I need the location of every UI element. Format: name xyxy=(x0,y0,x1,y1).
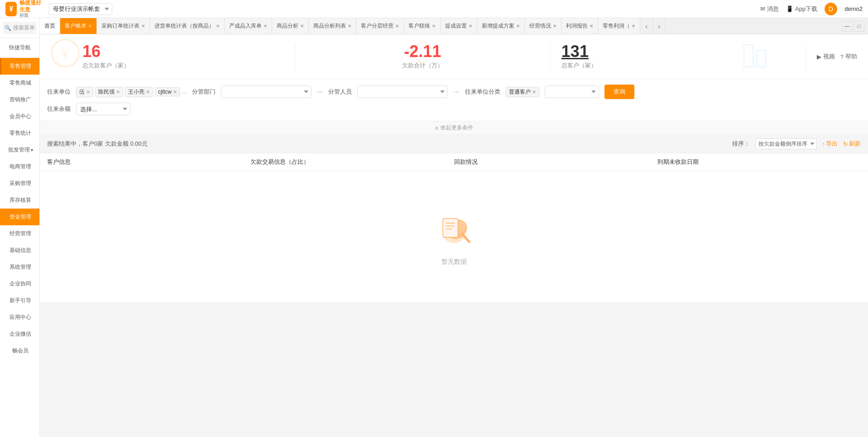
collapse-button[interactable]: ∧ 收起更多条件 xyxy=(435,124,473,132)
sidebar-item-basic-info[interactable]: 基础信息 xyxy=(0,242,39,259)
tab-next-button[interactable]: › xyxy=(653,18,666,34)
export-link[interactable]: ↑ 导出 xyxy=(822,140,838,148)
workspace-select[interactable]: 母婴行业演示帐套 xyxy=(49,3,112,15)
svg-rect-13 xyxy=(443,218,458,238)
export-icon: ↑ xyxy=(822,141,825,147)
top-bar-right: ✉ 消息 📱 App下载 D demo2 xyxy=(760,3,863,15)
tab-close-icon[interactable]: ✕ xyxy=(216,24,220,28)
tab-close-icon[interactable]: ✕ xyxy=(432,24,436,28)
sidebar-item-app-center[interactable]: 应用中心 xyxy=(0,309,39,326)
tag-remove-icon[interactable]: ✕ xyxy=(116,89,120,95)
query-button[interactable]: 查询 xyxy=(604,85,634,99)
sidebar-item-retail-mall[interactable]: 零售商城 xyxy=(0,75,39,91)
search-menu-label: 搜索菜单 xyxy=(13,24,35,32)
tab-customer-ledger[interactable]: 客户账本 ✕ xyxy=(60,18,97,34)
sidebar-item-purchase-mgmt[interactable]: 采购管理 xyxy=(0,175,39,192)
sidebar-item-member-center[interactable]: 会员中心 xyxy=(0,108,39,125)
sidebar-item-ecomm-mgmt[interactable]: 电商管理 xyxy=(0,158,39,175)
stat-debt-customers: ¥ 16 总欠款客户（家） xyxy=(51,43,295,70)
tag-value: 陈民强 xyxy=(98,88,115,96)
tab-maximize-button[interactable]: □ xyxy=(854,21,864,32)
unit-category-filter-label: 往来单位分类 xyxy=(465,88,500,96)
sidebar-item-retail-mgmt[interactable]: 零售管理 xyxy=(0,58,39,75)
tab-customer-contact[interactable]: 客户联络 ✕ xyxy=(404,18,441,34)
unit-category-select[interactable] xyxy=(545,86,599,98)
tab-product-analysis[interactable]: 商品分析 ✕ xyxy=(272,18,309,34)
sidebar-item-enterprise-wechat[interactable]: 企业微信 xyxy=(0,326,39,342)
sidebar-item-label: 经营管理 xyxy=(10,230,31,237)
tab-close-icon[interactable]: ✕ xyxy=(632,24,635,28)
dept-filter-select[interactable] xyxy=(221,86,312,98)
tab-close-icon[interactable]: ✕ xyxy=(264,24,267,28)
balance-filter-select[interactable]: 选择... xyxy=(76,103,130,115)
filter-tag-wang: 王小亮 ✕ xyxy=(125,87,153,97)
message-button[interactable]: ✉ 消息 xyxy=(760,5,779,13)
tag-remove-icon[interactable]: ✕ xyxy=(86,89,90,95)
person-filter-select[interactable] xyxy=(357,86,448,98)
empty-illustration xyxy=(432,207,477,252)
tab-close-icon[interactable]: ✕ xyxy=(516,24,520,28)
person-filter-label: 分管人员 xyxy=(328,88,352,96)
tag-remove-icon[interactable]: ✕ xyxy=(173,89,177,95)
filter-section: 往来单位 伍 ✕ 陈民强 ✕ 王小亮 ✕ xyxy=(40,79,868,121)
tab-retail-profit[interactable]: 零售利润（ ✕ xyxy=(598,18,640,34)
tab-profit-report[interactable]: 利润报告 ✕ xyxy=(561,18,598,34)
tab-minimize-button[interactable]: — xyxy=(842,21,853,32)
sidebar-item-new-guide[interactable]: 新手引导 xyxy=(0,292,39,309)
empty-text: 暂无数据 xyxy=(441,258,467,266)
tab-purchase-order-stats[interactable]: 采购订单统计表 ✕ xyxy=(97,18,150,34)
filter-more-dots[interactable]: ... xyxy=(182,89,187,95)
sidebar-item-capital-mgmt[interactable]: 资金管理 xyxy=(0,209,39,225)
sidebar-item-label: 会员中心 xyxy=(10,113,31,119)
tab-purchase-stats[interactable]: 进货单统计表（按商品） ✕ xyxy=(150,18,225,34)
tab-close-icon[interactable]: ✕ xyxy=(300,24,304,28)
sidebar-item-label: 零售管理 xyxy=(10,63,31,69)
avatar: D xyxy=(825,3,837,15)
dept-filter-more-icon: ··· xyxy=(317,88,323,96)
sidebar-item-retail-stats[interactable]: 零售统计 xyxy=(0,125,39,142)
results-summary: 搜索结果中，客户0家 欠款金额 0.00元 xyxy=(47,140,148,148)
refresh-button[interactable]: ↻ 刷新 xyxy=(843,140,861,148)
data-table: 客户信息 欠款交易信息（占比） 回款情况 到期未收款日期 xyxy=(40,153,868,302)
sidebar-item-batch-mgmt[interactable]: 批发管理 ▾ xyxy=(0,142,39,158)
message-label: 消息 xyxy=(767,5,779,13)
sort-select[interactable]: 按欠款金额倒序排序 xyxy=(755,138,817,149)
chevron-down-icon: ▾ xyxy=(31,147,33,152)
tab-close-icon[interactable]: ✕ xyxy=(141,24,145,28)
tab-close-icon[interactable]: ✕ xyxy=(348,24,351,28)
sidebar-item-label: 新手引导 xyxy=(10,297,31,304)
tab-customer-segment[interactable]: 客户分层经营 ✕ xyxy=(356,18,404,34)
video-link[interactable]: ▶ 视频 xyxy=(817,52,835,61)
tab-prev-button[interactable]: ‹ xyxy=(640,18,653,34)
sidebar-item-ops-mgmt[interactable]: 经营管理 xyxy=(0,225,39,242)
tab-ops-situation[interactable]: 经营情况 ✕ xyxy=(525,18,561,34)
sidebar-item-enterprise[interactable]: 企业协同 xyxy=(0,276,39,292)
tab-label: 商品分析列表 xyxy=(313,22,346,30)
tab-close-icon[interactable]: ✕ xyxy=(395,24,399,28)
search-menu-button[interactable]: 🔍 搜索菜单 xyxy=(3,22,37,34)
page-content: ¥ 16 总欠款客户（家） -2.11 欠款合计（万） 131 xyxy=(40,34,868,437)
help-link[interactable]: ? 帮助 xyxy=(840,52,857,61)
tab-close-icon[interactable]: ✕ xyxy=(88,24,92,28)
sidebar-item-label: 批发管理 xyxy=(8,146,30,154)
tag-value: 伍 xyxy=(79,88,85,96)
tab-close-icon[interactable]: ✕ xyxy=(469,24,472,28)
tab-new-plan[interactable]: 新增提成方案 ✕ xyxy=(477,18,525,34)
tag-remove-icon[interactable]: ✕ xyxy=(146,89,150,95)
tab-close-icon[interactable]: ✕ xyxy=(553,24,556,28)
table-empty-state: 暂无数据 xyxy=(40,171,868,302)
tag-remove-icon[interactable]: ✕ xyxy=(532,89,536,95)
workspace-selector[interactable]: 母婴行业演示帐套 xyxy=(45,3,760,15)
sidebar-item-vip-member[interactable]: 畅会员 xyxy=(0,342,39,359)
sidebar-item-inventory[interactable]: 库存核算 xyxy=(0,192,39,209)
app-download-button[interactable]: 📱 App下载 xyxy=(786,5,817,13)
tab-product-storage[interactable]: 产成品入库单 ✕ xyxy=(225,18,272,34)
tab-tips-settings[interactable]: 提成设置 ✕ xyxy=(441,18,477,34)
tab-label: 利润报告 xyxy=(566,22,588,30)
quick-nav-button[interactable]: 快捷导航 xyxy=(3,42,37,54)
sidebar-item-sys-mgmt[interactable]: 系统管理 xyxy=(0,259,39,276)
sidebar-item-marketing[interactable]: 营销推广 xyxy=(0,91,39,108)
tab-product-analysis-list[interactable]: 商品分析列表 ✕ xyxy=(309,18,356,34)
tab-home[interactable]: 首页 xyxy=(40,18,60,34)
tab-close-icon[interactable]: ✕ xyxy=(590,24,593,28)
